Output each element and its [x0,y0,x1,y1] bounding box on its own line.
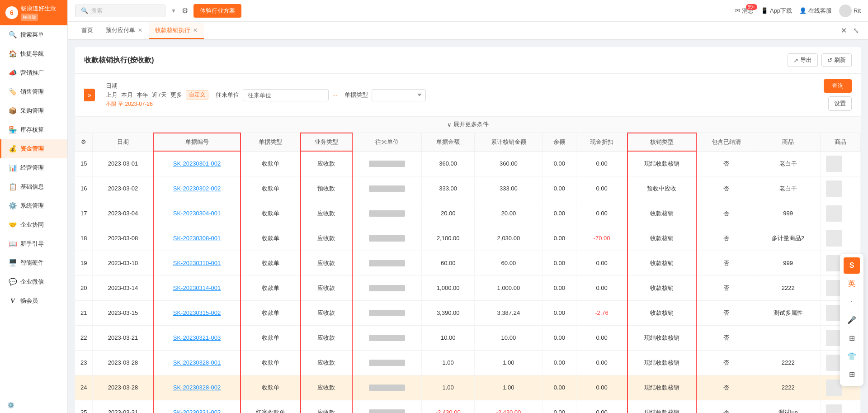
cell-biz-type: 应收款 [301,350,352,375]
topbar: 🔍 搜索 ▼ ⚙ 体验行业方案 ✉ 消息 99+ 📱 App下载 👤 在线客服 … [68,0,868,22]
industry-solution-button[interactable]: 体验行业方案 [193,4,241,18]
bill-no-link[interactable]: SK-20230302-002 [173,185,221,192]
cell-discount: 0.00 [576,350,627,375]
cell-bill-no[interactable]: SK-20230308-001 [153,226,240,251]
cell-no: 16 [75,176,93,201]
float-english-icon[interactable]: 英 [844,275,860,292]
topbar-gear-icon[interactable]: ⚙ [182,6,188,15]
partner-filter-group: 往来单位 ··· [216,89,337,101]
bill-no-link[interactable]: SK-20230331-002 [173,409,221,413]
bill-no-link[interactable]: SK-20230310-001 [173,260,221,266]
cell-bill-no[interactable]: SK-20230302-002 [153,176,240,201]
query-button[interactable]: 查询 [824,79,852,93]
this-year-link[interactable]: 本年 [137,91,148,99]
tab-prepay-close-icon[interactable]: ✕ [138,27,142,33]
cell-biz-type: 应收款 [301,226,352,251]
sidebar-settings-btn[interactable]: ⚙️ [0,397,67,413]
filter-setting-button[interactable]: 设置 [828,96,852,111]
sidebar-item-hardware[interactable]: 🖥️ 智能硬件 [0,253,67,272]
sidebar-item-guide[interactable]: 📖 新手引导 [0,234,67,253]
float-dot-icon[interactable]: · [844,294,860,310]
sidebar-item-search[interactable]: 🔍 搜索菜单 [0,25,67,44]
cell-bill-no[interactable]: SK-20230331-002 [153,400,240,413]
app-icon: 📱 [761,7,768,14]
float-shirt-icon[interactable]: 👕 [844,348,860,364]
sidebar-item-quicknav[interactable]: 🏠 快捷导航 [0,44,67,63]
cell-date: 2023-03-02 [93,176,153,201]
export-button[interactable]: ↗ 导出 [788,53,818,67]
sidebar-item-enterprise[interactable]: 🤝 企业协同 [0,215,67,234]
app-download-btn[interactable]: 📱 App下载 [761,7,792,15]
partner-filter-input[interactable] [243,89,329,101]
sidebar-item-basic[interactable]: 📋 基础信息 [0,177,67,196]
expand-more-button[interactable]: ∨ 展开更多条件 [447,120,489,128]
bill-no-link[interactable]: SK-20230328-001 [173,359,221,366]
messages-badge[interactable]: ✉ 消息 99+ [735,7,754,15]
float-plus-icon[interactable]: ⊞ [844,366,860,382]
cell-partner [352,251,422,275]
sidebar-item-operations[interactable]: 📊 经营管理 [0,158,67,177]
bill-no-link[interactable]: SK-20230315-002 [173,309,221,316]
filter-more-dots[interactable]: ··· [332,92,337,99]
user-avatar-btn[interactable]: Rit [839,5,861,17]
topbar-search-box[interactable]: 🔍 搜索 [75,5,165,17]
tab-receipt-exec-close-icon[interactable]: ✕ [193,27,198,33]
tab-close-window-btn[interactable]: ✕ [839,24,849,37]
sidebar-item-member[interactable]: V 畅会员 [0,291,67,310]
tab-home-label: 首页 [81,26,93,34]
bill-no-link[interactable]: SK-20230301-002 [173,160,221,167]
th-gear[interactable]: ⚙ [75,133,93,151]
cell-biz-type: 应收款 [301,375,352,400]
product-thumbnail [826,230,842,247]
sidebar-item-inventory[interactable]: 🏪 库存核算 [0,120,67,139]
customer-service-btn[interactable]: 👤 在线客服 [799,7,832,15]
cell-no: 18 [75,226,93,251]
cell-bill-no[interactable]: SK-20230310-001 [153,251,240,275]
bill-no-link[interactable]: SK-20230308-001 [173,235,221,242]
sidebar-item-label: 系统管理 [20,202,44,210]
last-7-days-link[interactable]: 近7天 [152,91,167,99]
float-mic-icon[interactable]: 🎤 [844,312,860,328]
sidebar-item-purchase[interactable]: 📦 采购管理 [0,101,67,120]
cell-amount: 1.00 [422,375,475,400]
sidebar-item-system[interactable]: ⚙️ 系统管理 [0,196,67,215]
cell-bill-no[interactable]: SK-20230328-002 [153,375,240,400]
enterprise-icon: 🤝 [9,221,17,229]
sidebar-item-label: 销售管理 [20,88,44,96]
search-placeholder: 搜索 [91,7,103,15]
bill-type-select[interactable] [372,89,426,101]
cell-bill-no[interactable]: SK-20230301-002 [153,151,240,176]
bill-no-link[interactable]: SK-20230328-002 [173,384,221,391]
bill-no-link[interactable]: SK-20230304-001 [173,210,221,217]
custom-date-btn[interactable]: 自定义 [186,90,208,100]
tab-receipt-exec[interactable]: 收款核销执行 ✕ [149,23,204,39]
cell-amount: 20.00 [422,201,475,226]
float-grid-icon[interactable]: ⊞ [844,330,860,346]
bill-no-link[interactable]: SK-20230314-001 [173,285,221,291]
refresh-button[interactable]: ↺ 刷新 [821,53,852,67]
cell-amount: -2,430.00 [422,400,475,413]
sidebar-item-finance[interactable]: 💰 资金管理 [0,139,67,158]
filter-expand-button[interactable]: » [84,89,95,101]
date-quick-links: 上月 本月 本年 近7天 更多 自定义 [106,90,208,100]
this-month-link[interactable]: 本月 [121,91,133,99]
product-thumbnail [826,180,842,197]
sidebar-item-sales[interactable]: 🏷️ 销售管理 [0,82,67,101]
last-month-link[interactable]: 上月 [106,91,118,99]
more-date-link[interactable]: 更多 [170,91,182,99]
sidebar-item-marketing[interactable]: 📣 营销推广 [0,63,67,82]
cell-verified: 333.00 [475,176,543,201]
tab-home[interactable]: 首页 [75,23,99,39]
tab-fullscreen-btn[interactable]: ⤡ [851,24,861,37]
cell-bill-no[interactable]: SK-20230321-003 [153,325,240,350]
bill-type-filter-label: 单据类型 [344,91,368,99]
cell-bill-no[interactable]: SK-20230315-002 [153,300,240,325]
cell-amount: 60.00 [422,251,475,275]
bill-no-link[interactable]: SK-20230321-003 [173,334,221,341]
cell-bill-no[interactable]: SK-20230304-001 [153,201,240,226]
tab-prepay[interactable]: 预付应付单 ✕ [99,23,149,39]
cell-bill-no[interactable]: SK-20230328-001 [153,350,240,375]
cell-balance: 0.00 [542,400,576,413]
cell-bill-no[interactable]: SK-20230314-001 [153,275,240,300]
sidebar-item-wechat[interactable]: 💬 企业微信 [0,272,67,291]
